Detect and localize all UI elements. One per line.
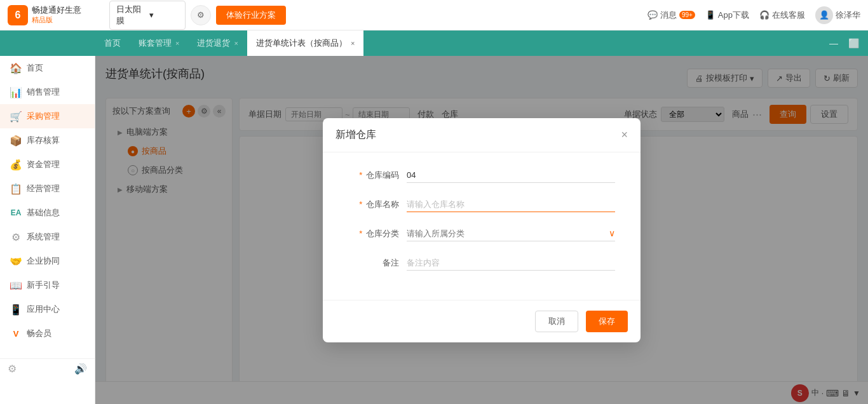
home-icon: 🏠 <box>10 62 22 74</box>
form-row-category: * 仓库分类 ∨ <box>348 226 615 241</box>
sidebar-item-inventory[interactable]: 📦 库存核算 <box>0 128 95 152</box>
main-layout: 🏠 首页 📊 销售管理 🛒 采购管理 📦 库存核算 💰 资金管理 📋 经营管理 … <box>0 56 868 404</box>
sidebar-item-home[interactable]: 🏠 首页 <box>0 56 95 80</box>
sidebar-item-apps[interactable]: 📱 应用中心 <box>0 297 95 321</box>
tab-account[interactable]: 账套管理 × <box>130 30 188 56</box>
category-input[interactable] <box>407 226 615 241</box>
gear-icon: ⚙ <box>197 10 205 20</box>
category-label: * 仓库分类 <box>348 228 399 239</box>
tab-home[interactable]: 首页 <box>95 30 130 56</box>
tab-purchase-stat[interactable]: 进货单统计表（按商品） × <box>247 30 363 56</box>
store-selector[interactable]: 日太阳膜 ▾ <box>109 1 186 30</box>
enterprise-icon: 🤝 <box>10 255 22 267</box>
dialog-footer: 取消 保存 <box>323 300 641 342</box>
code-input[interactable] <box>407 168 615 183</box>
purchase-icon: 🛒 <box>10 111 22 122</box>
chevron-down-icon: ▾ <box>149 10 179 20</box>
tab-purchase-return[interactable]: 进货退货 × <box>188 30 247 56</box>
tab-maximize-icon[interactable]: ⬜ <box>844 36 863 51</box>
select-arrow-icon: ∨ <box>609 228 615 238</box>
remark-input[interactable] <box>407 255 615 271</box>
tab-bar: 首页 账套管理 × 进货退货 × 进货单统计表（按商品） × — ⬜ <box>0 30 868 56</box>
guide-icon: 📖 <box>10 279 22 291</box>
notification-icon: 💬 <box>648 10 658 20</box>
notification-badge: 99+ <box>679 11 695 19</box>
tab-close-purchase-return[interactable]: × <box>234 39 238 47</box>
gear-button[interactable]: ⚙ <box>191 5 211 25</box>
logo-icon: 6 <box>8 5 28 25</box>
dialog-body: * 仓库编码 * 仓库名称 <box>323 152 641 300</box>
form-row-name: * 仓库名称 <box>348 197 615 212</box>
avatar: 👤 <box>815 6 833 24</box>
logo-text: 畅捷通好生意 精品版 <box>32 5 81 25</box>
basic-info-icon: EA <box>10 207 22 219</box>
form-row-code: * 仓库编码 <box>348 168 615 183</box>
code-label: * 仓库编码 <box>348 170 399 181</box>
app-download-item[interactable]: 📱 App下载 <box>705 10 749 21</box>
finance-icon: 💰 <box>10 159 22 170</box>
header-right: 💬 消息 99+ 📱 App下载 🎧 在线客服 👤 徐泽华 <box>648 6 860 24</box>
management-icon: 📋 <box>10 183 22 194</box>
user-item[interactable]: 👤 徐泽华 <box>815 6 860 24</box>
headset-icon: 🎧 <box>759 10 770 20</box>
cancel-button[interactable]: 取消 <box>535 311 578 332</box>
name-input[interactable] <box>407 197 615 212</box>
content-area: 进货单统计(按商品) 🖨 按模板打印 ▾ ↗ 导出 ↻ 刷新 <box>95 56 868 404</box>
sidebar-item-purchase[interactable]: 🛒 采购管理 <box>0 104 95 128</box>
vip-icon: V <box>10 328 22 339</box>
tab-minimize-icon[interactable]: — <box>825 36 842 51</box>
sidebar-item-enterprise[interactable]: 🤝 企业协同 <box>0 249 95 273</box>
apps-icon: 📱 <box>10 304 22 315</box>
dialog-title: 新增仓库 <box>336 128 376 142</box>
phone-icon: 📱 <box>705 10 715 20</box>
online-service-item[interactable]: 🎧 在线客服 <box>759 10 805 21</box>
form-row-remark: 备注 <box>348 255 615 271</box>
sidebar-item-guide[interactable]: 📖 新手引导 <box>0 273 95 297</box>
sidebar-item-management[interactable]: 📋 经营管理 <box>0 177 95 201</box>
sidebar-item-basic-info[interactable]: EA 基础信息 <box>0 201 95 225</box>
sidebar-item-system[interactable]: ⚙ 系统管理 <box>0 225 95 249</box>
sales-icon: 📊 <box>10 86 22 98</box>
category-select-wrap: ∨ <box>407 226 615 241</box>
tab-close-account[interactable]: × <box>175 39 179 47</box>
sidebar: 🏠 首页 📊 销售管理 🛒 采购管理 📦 库存核算 💰 资金管理 📋 经营管理 … <box>0 56 95 404</box>
tab-bar-controls: — ⬜ <box>825 36 868 51</box>
sidebar-item-sales[interactable]: 📊 销售管理 <box>0 80 95 104</box>
speaker-icon-bottom[interactable]: 🔊 <box>74 363 87 375</box>
new-warehouse-dialog: 新增仓库 × * 仓库编码 * <box>323 118 641 342</box>
notification-item[interactable]: 💬 消息 99+ <box>648 10 695 21</box>
system-icon: ⚙ <box>10 231 22 243</box>
close-icon[interactable]: × <box>621 129 628 140</box>
dialog-overlay: 新增仓库 × * 仓库编码 * <box>95 56 868 404</box>
dialog-header: 新增仓库 × <box>323 118 641 152</box>
settings-icon-bottom[interactable]: ⚙ <box>8 363 17 375</box>
inventory-icon: 📦 <box>10 135 22 146</box>
save-button[interactable]: 保存 <box>586 311 628 332</box>
sidebar-item-vip[interactable]: V 畅会员 <box>0 321 95 346</box>
trial-button[interactable]: 体验行业方案 <box>216 6 286 25</box>
top-header: 6 畅捷通好生意 精品版 日太阳膜 ▾ ⚙ 体验行业方案 💬 消息 99+ 📱 … <box>0 0 868 30</box>
sidebar-item-finance[interactable]: 💰 资金管理 <box>0 152 95 177</box>
name-label: * 仓库名称 <box>348 199 399 210</box>
tab-close-purchase-stat[interactable]: × <box>351 39 355 47</box>
remark-label: 备注 <box>348 257 399 269</box>
logo-area: 6 畅捷通好生意 精品版 <box>8 5 103 25</box>
